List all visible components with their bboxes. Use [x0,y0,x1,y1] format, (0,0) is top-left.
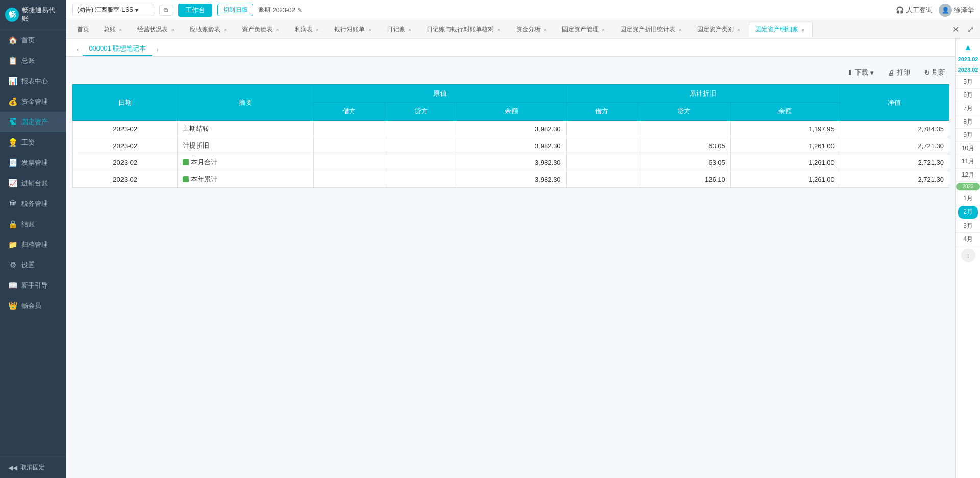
tab-close-2[interactable]: × [170,26,175,33]
tab-close-6[interactable]: × [367,26,372,33]
table-toolbar: ⬇ 下载 ▾ 🖨 打印 ↻ 刷新 [72,63,949,84]
sidebar-icon-13: 👑 [8,301,17,310]
sidebar-item-税务管理[interactable]: 🏛税务管理 [0,194,66,214]
sub-tab-label: 000001 联想笔记本 [89,44,146,52]
tab-close-11[interactable]: × [677,26,682,33]
right-panel-month-7[interactable]: 7月 [956,102,980,115]
sidebar-icon-0: 🏠 [8,36,17,45]
cell-dep-credit-2: 63.05 [638,154,731,171]
right-panel-month-5[interactable]: 5月 [956,76,980,89]
right-panel-month-8[interactable]: 8月 [956,115,980,129]
sidebar-item-发票管理[interactable]: 🧾发票管理 [0,153,66,173]
cell-dep-debit-3 [566,171,638,188]
tab-close-4[interactable]: × [275,26,280,33]
maximize-button[interactable]: ⤢ [965,23,976,35]
cell-orig-debit-1 [313,137,385,154]
sidebar-icon-12: 📖 [8,281,17,290]
scroll-hint[interactable]: ↕ [961,248,975,262]
tab-close-13[interactable]: × [800,26,805,33]
sidebar-item-资金管理[interactable]: 💰资金管理 [0,91,66,112]
refresh-button[interactable]: ↻ 刷新 [920,66,949,79]
right-panel-month-3[interactable]: 3月 [956,220,980,233]
sidebar-label-3: 资金管理 [21,97,48,106]
cell-orig-credit-0 [385,121,457,137]
tab-9[interactable]: 资金分析× [509,22,554,37]
tab-8[interactable]: 日记账与银行对账单核对× [420,22,508,37]
right-panel-month-11[interactable]: 11月 [956,155,980,169]
edit-period-icon[interactable]: ✎ [297,7,302,14]
sidebar-item-工资[interactable]: 👷工资 [0,132,66,153]
sidebar-item-固定资产[interactable]: 🏗固定资产 [0,112,66,132]
sidebar-item-总账[interactable]: 📋总账 [0,51,66,71]
tab-5[interactable]: 利润表× [288,22,327,37]
close-all-tabs-button[interactable]: ✕ [950,23,961,35]
tab-3[interactable]: 应收账龄表× [183,22,234,37]
right-panel-month-2-current[interactable]: 2月 [958,206,978,219]
tab-close-5[interactable]: × [315,26,320,33]
copy-button[interactable]: ⧉ [159,5,173,16]
switch-version-button[interactable]: 切到旧版 [217,4,253,16]
right-panel-month-6[interactable]: 6月 [956,89,980,102]
download-label: 下载 [855,68,868,77]
cell-orig-balance-3: 3,982.30 [457,171,566,188]
sidebar-item-结账[interactable]: 🔒结账 [0,214,66,234]
tab-close-9[interactable]: × [543,26,548,33]
tab-4[interactable]: 资产负债表× [235,22,286,37]
right-panel-month-10[interactable]: 10月 [956,142,980,155]
sidebar-item-首页[interactable]: 🏠首页 [0,30,66,51]
sidebar-item-报表中心[interactable]: 📊报表中心 [0,71,66,91]
sidebar-label-12: 新手引导 [21,281,48,290]
pin-icon: ◀◀ [8,464,17,471]
cell-date-2: 2023-02 [73,154,178,171]
download-button[interactable]: ⬇ 下载 ▾ [843,66,878,79]
right-panel-month-4[interactable]: 4月 [956,233,980,246]
tab-label-4: 资产负债表 [242,25,273,34]
tab-11[interactable]: 固定资产折旧统计表× [614,22,689,37]
tab-12[interactable]: 固定资产类别× [691,22,748,37]
user-menu[interactable]: 👤 徐泽华 [939,4,974,17]
tab-close-7[interactable]: × [407,26,412,33]
tab-close-3[interactable]: × [223,26,228,33]
sidebar-item-畅会员[interactable]: 👑畅会员 [0,296,66,316]
tab-2[interactable]: 经营状况表× [131,22,182,37]
sidebar-item-新手引导[interactable]: 📖新手引导 [0,275,66,296]
right-panel-month-12[interactable]: 12月 [956,169,980,182]
sidebar-item-设置[interactable]: ⚙设置 [0,255,66,275]
cell-date-3: 2023-02 [73,171,178,188]
sidebar-item-归档管理[interactable]: 📁归档管理 [0,234,66,255]
tab-7[interactable]: 日记账× [380,22,419,37]
cell-net-value-3: 2,721.30 [840,171,949,188]
support-link[interactable]: 🎧 人工客询 [896,6,933,15]
company-selector[interactable]: (劝告) 江西服室-LSS ▾ [72,4,154,16]
cell-dep-credit-0 [638,121,731,137]
tab-close-1[interactable]: × [118,26,123,33]
th-dep-balance: 余额 [730,103,840,121]
sub-tab-asset[interactable]: 000001 联想笔记本 [83,42,152,56]
tab-1[interactable]: 总账× [97,22,130,37]
tab-label-3: 应收账龄表 [190,25,220,34]
sidebar-pin-toggle[interactable]: ◀◀ 取消固定 [0,457,66,478]
sub-tab-next[interactable]: › [154,45,160,53]
print-label: 打印 [897,68,910,77]
tab-close-12[interactable]: × [736,26,741,33]
app-name: 畅捷通易代账 [22,6,61,23]
right-panel-month-9[interactable]: 9月 [956,129,980,142]
sidebar-item-进销台账[interactable]: 📈进销台账 [0,173,66,194]
sub-tab-prev[interactable]: ‹ [75,45,81,53]
tab-label-2: 经营状况表 [137,25,168,34]
tab-6[interactable]: 银行对账单× [328,22,379,37]
scroll-up-button[interactable]: ▲ [962,41,974,54]
print-icon: 🖨 [888,69,895,77]
tab-13[interactable]: 固定资产明细账× [749,22,812,37]
sidebar-label-11: 设置 [21,260,35,270]
tab-close-10[interactable]: × [601,26,606,33]
tab-close-8[interactable]: × [496,26,501,33]
tab-0[interactable]: 首页 [70,22,96,37]
sidebar-icon-6: 🧾 [8,158,17,168]
right-panel-month-1[interactable]: 1月 [956,192,980,205]
workbench-button[interactable]: 工作台 [178,4,212,17]
print-button[interactable]: 🖨 打印 [884,66,914,79]
cell-orig-debit-0 [313,121,385,137]
tab-10[interactable]: 固定资产管理× [555,22,612,37]
tab-label-8: 日记账与银行对账单核对 [427,25,494,34]
